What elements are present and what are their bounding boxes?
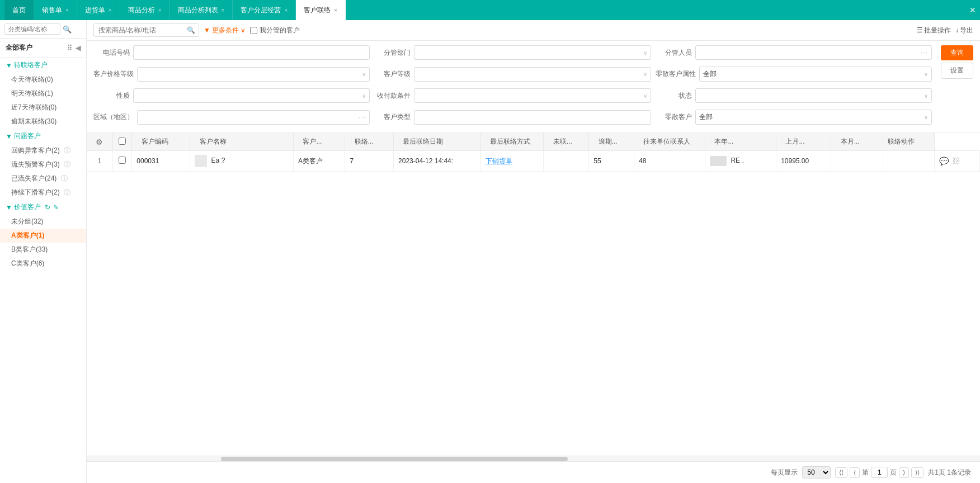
- row-select-checkbox[interactable]: [119, 157, 126, 164]
- dept-select[interactable]: ∨: [414, 45, 651, 60]
- sidebar-item-overdue[interactable]: 逾期未联络(30): [0, 115, 86, 129]
- content-area: 🔍 ▼ 更多条件 ∨ 我分管的客户 ☰ 批量操作 ↓ 导出: [87, 20, 980, 483]
- col-overdue-header: : 逾期...: [589, 133, 634, 151]
- my-customers-check[interactable]: [250, 27, 257, 34]
- col-sep: :: [399, 138, 401, 146]
- col-checkbox-header[interactable]: [112, 133, 132, 151]
- refresh-icon[interactable]: ↻: [45, 203, 50, 211]
- collapse-icon[interactable]: ◀: [76, 44, 81, 52]
- price-grade-select[interactable]: ∨: [137, 67, 370, 82]
- tab-home[interactable]: 首页: [4, 0, 34, 20]
- sidebar-search-icon[interactable]: 🔍: [63, 25, 72, 34]
- sidebar-item-tomorrow[interactable]: 明天待联络(1): [0, 87, 86, 101]
- settings-icon[interactable]: ⚙: [96, 138, 103, 146]
- section-pending-contact[interactable]: ▼ 待联络客户: [0, 58, 86, 73]
- phone-input[interactable]: [133, 45, 370, 60]
- payment-select[interactable]: ∨: [414, 88, 651, 103]
- col-last-month-header: : 上月...: [776, 133, 831, 151]
- link-icon[interactable]: ⛓: [952, 157, 960, 165]
- tab-customer-segment[interactable]: 客户分层经营 ×: [233, 0, 296, 20]
- per-page-select[interactable]: 50 100 200: [802, 466, 831, 479]
- close-icon[interactable]: ×: [284, 7, 288, 13]
- search-input[interactable]: [94, 24, 183, 36]
- grid-icon: ⠿: [67, 44, 72, 52]
- scrollbar-thumb[interactable]: [221, 457, 568, 461]
- row-uncontact: [544, 151, 589, 172]
- close-icon[interactable]: ×: [222, 7, 225, 13]
- sidebar-search-input[interactable]: [4, 23, 60, 35]
- col-sep: :: [781, 138, 783, 146]
- close-icon[interactable]: ×: [334, 7, 337, 13]
- filter-cell-price-grade: 客户价格等级 ∨: [93, 67, 370, 82]
- price-grade-label: 客户价格等级: [93, 69, 134, 79]
- edit-icon[interactable]: ✎: [53, 203, 59, 211]
- sidebar-item-ungraded[interactable]: 未分组(32): [0, 215, 86, 229]
- phone-label: 电话号码: [93, 48, 130, 58]
- sidebar-item-abnormal[interactable]: 回购异常客户(2) ⓘ: [0, 144, 86, 158]
- my-customers-label: 我分管的客户: [260, 26, 300, 35]
- close-all-button[interactable]: ×: [969, 4, 976, 16]
- more-conditions-button[interactable]: ▼ 更多条件 ∨: [204, 26, 246, 35]
- row-overdue: 55: [589, 151, 634, 172]
- page-number-input[interactable]: [871, 467, 888, 478]
- my-customers-checkbox[interactable]: 我分管的客户: [250, 26, 300, 35]
- tab-customer-contact[interactable]: 客户联络 ×: [296, 0, 346, 20]
- status-select[interactable]: ∨: [695, 88, 932, 103]
- batch-op-button[interactable]: ☰ 批量操作: [917, 26, 951, 35]
- message-icon[interactable]: 💬: [939, 157, 949, 165]
- sidebar-item-lost[interactable]: 已流失客户(24) ⓘ: [0, 172, 86, 186]
- export-button[interactable]: ↓ 导出: [955, 26, 973, 35]
- last-page-button[interactable]: ⟩⟩: [911, 467, 924, 478]
- row-last-way[interactable]: 下销货单: [480, 151, 543, 172]
- query-button[interactable]: 查询: [941, 45, 973, 60]
- prev-page-button[interactable]: ⟨: [850, 467, 860, 478]
- sidebar-item-c-class[interactable]: C类客户(6): [0, 257, 86, 271]
- select-all-checkbox[interactable]: [119, 138, 126, 145]
- close-icon[interactable]: ×: [65, 7, 69, 13]
- first-page-button[interactable]: ⟨⟨: [835, 467, 847, 478]
- table-row: 1 000031 Ea ? A类客户 7 2023-04-12 14:44:: [87, 151, 980, 172]
- sidebar-item-declining[interactable]: 持续下滑客户(2) ⓘ: [0, 186, 86, 200]
- tab-product-list[interactable]: 商品分析列表 ×: [170, 0, 233, 20]
- page-unit: 页: [890, 468, 897, 477]
- region-input[interactable]: ···: [137, 110, 370, 125]
- col-sep: :: [350, 138, 352, 146]
- retail-cust-select[interactable]: 全部 ∨: [695, 110, 932, 125]
- chevron-down-icon: ∨: [241, 26, 246, 34]
- info-icon: ⓘ: [64, 160, 70, 168]
- sidebar-item-b-class[interactable]: B类客户(33): [0, 243, 86, 257]
- retail-attr-select[interactable]: 全部 ∨: [699, 67, 932, 82]
- horizontal-scrollbar[interactable]: [87, 456, 980, 461]
- sidebar-item-today[interactable]: 今天待联络(0): [0, 73, 86, 87]
- row-checkbox[interactable]: [112, 151, 132, 172]
- cust-grade-select[interactable]: ∨: [414, 67, 651, 82]
- tab-sales[interactable]: 销售单 ×: [34, 0, 77, 20]
- section-problem-customers[interactable]: ▼ 问题客户: [0, 129, 86, 144]
- advanced-filter: 电话号码 分管部门 ∨ 分管人员: [87, 41, 980, 133]
- setting-button[interactable]: 设置: [941, 63, 973, 79]
- col-uncontact-header: : 未联...: [544, 133, 589, 151]
- close-icon[interactable]: ×: [158, 7, 162, 13]
- sidebar-item-7days[interactable]: 近7天待联络(0): [0, 101, 86, 115]
- last-way-link[interactable]: 下销货单: [486, 157, 512, 165]
- col-sep: :: [836, 138, 838, 146]
- tab-home-label: 首页: [12, 6, 26, 15]
- cust-type-input[interactable]: [414, 110, 651, 125]
- sidebar-item-a-class[interactable]: A类客户(1): [0, 229, 86, 243]
- dots-icon: ···: [921, 49, 928, 56]
- sidebar-all-customers[interactable]: 全部客户 ⠿ ◀: [0, 39, 86, 58]
- tab-product-analysis[interactable]: 商品分析 ×: [120, 0, 170, 20]
- person-input[interactable]: ···: [695, 45, 932, 60]
- section-value-customers[interactable]: ▼ 价值客户 ↻ ✎: [0, 200, 86, 215]
- col-this-year-header: : 本年...: [705, 133, 776, 151]
- search-icon[interactable]: 🔍: [183, 24, 199, 36]
- col-settings[interactable]: ⚙: [87, 133, 112, 151]
- info-icon: ⓘ: [64, 188, 70, 196]
- next-page-button[interactable]: ⟩: [899, 467, 909, 478]
- close-icon[interactable]: ×: [109, 7, 112, 13]
- chevron-down-icon: ∨: [924, 114, 928, 120]
- tab-purchase[interactable]: 进货单 ×: [77, 0, 120, 20]
- nature-select[interactable]: ∨: [133, 88, 370, 103]
- filter-cell-retail-attr: 零散客户属性 全部 ∨: [656, 67, 932, 82]
- sidebar-item-lost-warning[interactable]: 流失预警客户(3) ⓘ: [0, 158, 86, 172]
